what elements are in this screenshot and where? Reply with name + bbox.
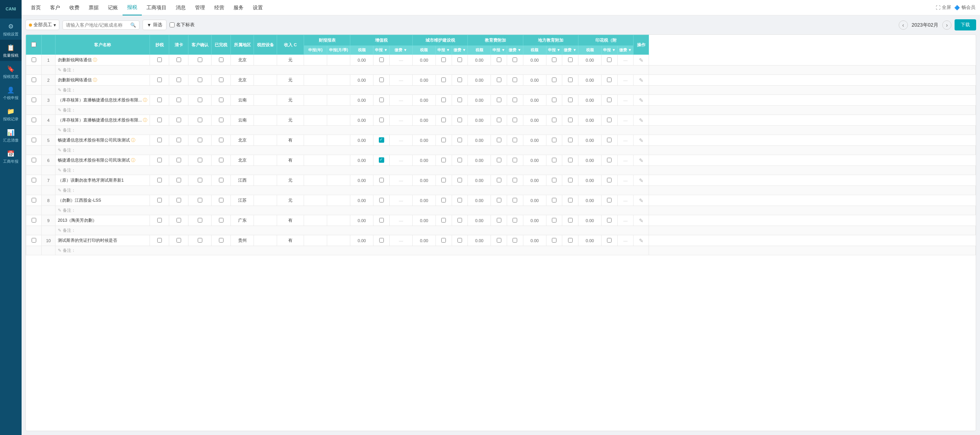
prev-month-btn[interactable]: ‹ xyxy=(899,20,908,30)
city-pay-checkbox[interactable] xyxy=(457,138,462,142)
nav-fee[interactable]: 收费 xyxy=(65,0,84,15)
nav-settings[interactable]: 设置 xyxy=(248,0,267,15)
edu-declare-checkbox[interactable] xyxy=(497,57,501,62)
note-edit-icon[interactable]: ✎ xyxy=(58,88,61,93)
edu-declare-checkbox[interactable] xyxy=(497,78,501,82)
local-declare-checkbox[interactable] xyxy=(552,178,556,182)
stamp-declare-checkbox[interactable] xyxy=(607,238,612,243)
edit-button[interactable]: ✎ xyxy=(639,77,644,83)
row-checkbox[interactable] xyxy=(32,158,36,162)
yiwan-checkbox[interactable] xyxy=(219,158,224,162)
yiwan-checkbox[interactable] xyxy=(219,57,224,62)
qingka-checkbox[interactable] xyxy=(177,138,181,142)
city-declare-checkbox[interactable] xyxy=(441,178,446,182)
qingka-checkbox[interactable] xyxy=(177,78,181,82)
edu-pay-checkbox[interactable] xyxy=(513,158,517,162)
note-edit-icon[interactable]: ✎ xyxy=(58,228,61,233)
vat-declare-checkbox[interactable] xyxy=(379,78,384,82)
city-pay-checkbox[interactable] xyxy=(457,178,462,182)
chaoshui-checkbox[interactable] xyxy=(157,238,162,243)
edit-button[interactable]: ✎ xyxy=(639,57,644,63)
edit-button[interactable]: ✎ xyxy=(639,218,644,224)
edu-pay-checkbox[interactable] xyxy=(513,138,517,142)
edu-declare-checkbox[interactable] xyxy=(497,98,501,102)
city-declare-checkbox[interactable] xyxy=(441,158,446,162)
local-declare-checkbox[interactable] xyxy=(552,98,556,102)
yiwan-checkbox[interactable] xyxy=(219,78,224,82)
row-checkbox[interactable] xyxy=(32,198,36,202)
row-checkbox[interactable] xyxy=(32,218,36,223)
next-month-btn[interactable]: › xyxy=(942,20,951,30)
edit-button[interactable]: ✎ xyxy=(639,97,644,103)
row-checkbox[interactable] xyxy=(32,57,36,62)
edu-pay-checkbox[interactable] xyxy=(513,118,517,122)
confirm-checkbox[interactable] xyxy=(198,238,202,243)
chaoshui-checkbox[interactable] xyxy=(157,57,162,62)
local-pay-checkbox[interactable] xyxy=(568,158,573,162)
chaoshui-checkbox[interactable] xyxy=(157,158,162,162)
filter-button[interactable]: ▼ 筛选 xyxy=(143,20,166,30)
edu-declare-checkbox[interactable] xyxy=(497,138,501,142)
row-checkbox[interactable] xyxy=(32,118,36,122)
nav-manage[interactable]: 管理 xyxy=(190,0,210,15)
note-edit-icon[interactable]: ✎ xyxy=(58,248,61,253)
note-edit-icon[interactable]: ✎ xyxy=(58,148,61,153)
row-checkbox[interactable] xyxy=(32,238,36,243)
nav-invoice[interactable]: 票据 xyxy=(84,0,103,15)
stamp-declare-checkbox[interactable] xyxy=(607,158,612,162)
nav-tax[interactable]: 报税 xyxy=(123,0,142,15)
select-all-checkbox[interactable] xyxy=(31,42,36,47)
qingka-checkbox[interactable] xyxy=(177,198,181,202)
local-declare-checkbox[interactable] xyxy=(552,218,556,223)
confirm-checkbox[interactable] xyxy=(198,57,202,62)
sidebar-item-huizong[interactable]: 📊 汇总清缴 xyxy=(0,125,22,146)
yiwan-checkbox[interactable] xyxy=(219,118,224,122)
local-pay-checkbox[interactable] xyxy=(568,238,573,243)
city-declare-checkbox[interactable] xyxy=(441,78,446,82)
local-declare-checkbox[interactable] xyxy=(552,158,556,162)
sidebar-item-baoshui-jilu[interactable]: 📁 报税记录 xyxy=(0,103,22,125)
stamp-declare-checkbox[interactable] xyxy=(607,118,612,122)
city-pay-checkbox[interactable] xyxy=(457,78,462,82)
confirm-checkbox[interactable] xyxy=(198,118,202,122)
confirm-checkbox[interactable] xyxy=(198,78,202,82)
row-checkbox[interactable] xyxy=(32,78,36,82)
stamp-declare-checkbox[interactable] xyxy=(607,78,612,82)
stamp-declare-checkbox[interactable] xyxy=(607,98,612,102)
edu-declare-checkbox[interactable] xyxy=(497,218,501,223)
local-pay-checkbox[interactable] xyxy=(568,198,573,202)
edu-pay-checkbox[interactable] xyxy=(513,57,517,62)
edu-declare-checkbox[interactable] xyxy=(497,238,501,243)
city-declare-checkbox[interactable] xyxy=(441,57,446,62)
vat-declare-checkbox[interactable] xyxy=(379,198,384,202)
edu-declare-checkbox[interactable] xyxy=(497,118,501,122)
stamp-declare-checkbox[interactable] xyxy=(607,57,612,62)
qingka-checkbox[interactable] xyxy=(177,98,181,102)
edit-button[interactable]: ✎ xyxy=(639,197,644,204)
chaoshui-checkbox[interactable] xyxy=(157,78,162,82)
stamp-declare-checkbox[interactable] xyxy=(607,198,612,202)
edit-button[interactable]: ✎ xyxy=(639,137,644,143)
city-pay-checkbox[interactable] xyxy=(457,57,462,62)
city-pay-checkbox[interactable] xyxy=(457,118,462,122)
row-checkbox[interactable] xyxy=(32,138,36,142)
chaoshui-checkbox[interactable] xyxy=(157,118,162,122)
sidebar-item-geshui-zhongshen[interactable]: 👤 个税申报 xyxy=(0,82,22,103)
stamp-declare-checkbox[interactable] xyxy=(607,178,612,182)
vat-declare-checkbox[interactable] xyxy=(379,238,384,243)
note-edit-icon[interactable]: ✎ xyxy=(58,67,61,72)
sidebar-item-baoshui-lanlan[interactable]: 🔖 报税览览 xyxy=(0,61,22,82)
confirm-checkbox[interactable] xyxy=(198,178,202,182)
edu-declare-checkbox[interactable] xyxy=(497,178,501,182)
confirm-checkbox[interactable] xyxy=(198,98,202,102)
local-pay-checkbox[interactable] xyxy=(568,118,573,122)
chaoshui-checkbox[interactable] xyxy=(157,138,162,142)
vat-declare-checkbox[interactable] xyxy=(379,118,384,122)
nav-customer[interactable]: 客户 xyxy=(45,0,65,15)
city-declare-checkbox[interactable] xyxy=(441,198,446,202)
chaoshui-checkbox[interactable] xyxy=(157,98,162,102)
stamp-declare-checkbox[interactable] xyxy=(607,138,612,142)
note-edit-icon[interactable]: ✎ xyxy=(58,128,61,133)
city-pay-checkbox[interactable] xyxy=(457,238,462,243)
nav-operations[interactable]: 经营 xyxy=(210,0,229,15)
